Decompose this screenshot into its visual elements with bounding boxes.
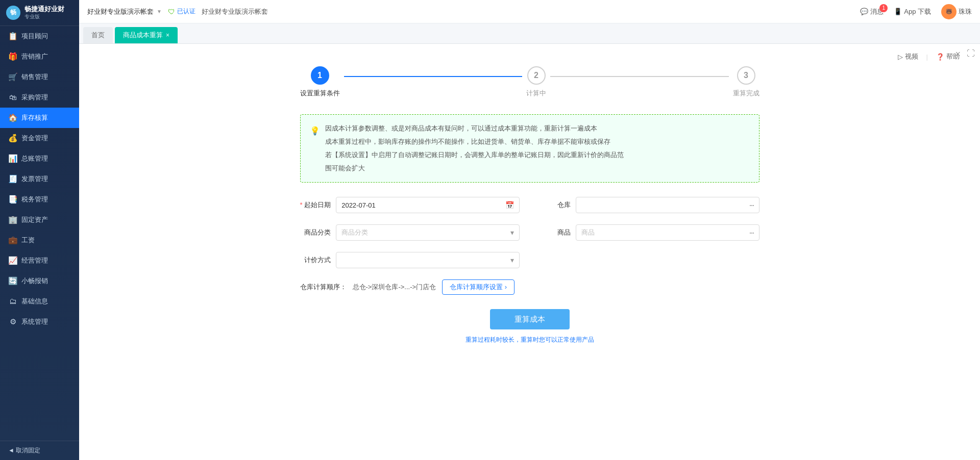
sidebar-item-label: 资金管理 [21,134,48,143]
close-icon[interactable]: × [955,49,961,60]
app-name: 畅捷通好业财 [24,5,64,13]
sidebar-unpin-button[interactable]: ◄ 取消固定 [0,441,79,460]
expense-icon: 🔄 [8,276,17,286]
help-icon: ❓ [936,53,944,61]
step-3-circle: 3 [737,66,755,85]
sidebar-item-label: 销售管理 [21,72,48,82]
user-avatar-button[interactable]: 🐻 珠珠 [941,4,972,19]
video-link[interactable]: ▷ 视频 [898,52,918,61]
avatar: 🐻 [941,4,957,19]
sidebar-nav: 📋 项目顾问 🎁 营销推广 🛒 销售管理 🛍 采购管理 🏠 库存核算 💰 资金管… [0,26,79,441]
window-controls: × ⛶ [955,49,975,60]
message-icon: 💬 [860,8,868,15]
category-select[interactable]: 商品分类 ▾ [336,224,520,241]
price-chevron-icon: ▾ [510,256,514,264]
step-1: 1 设置重算条件 [300,66,340,98]
price-method-field: 计价方式 ▾ [300,252,520,268]
sidebar: 畅 畅捷通好业财 专业版 📋 项目顾问 🎁 营销推广 🛒 销售管理 🛍 采购管理… [0,0,79,460]
account-selector[interactable]: 好业财专业版演示帐套 ▼ [87,7,162,16]
sidebar-item-label: 税务管理 [21,195,48,204]
info-box: 💡 因成本计算参数调整、或是对商品成本有疑问时，可以通过成本重算功能，重新计算一… [300,114,760,183]
tab-close-icon[interactable]: × [166,32,169,39]
project-icon: 📋 [8,32,17,41]
app-download-button[interactable]: 📱 App 下载 [894,7,931,16]
step-line-2 [550,76,729,77]
finance-icon: 💰 [8,134,17,143]
sales-icon: 🛒 [8,72,17,82]
action-divider: | [926,53,928,61]
sidebar-item-label: 采购管理 [21,93,48,102]
tax-icon: 📑 [8,195,17,204]
step-2: 2 计算中 [526,66,546,98]
sidebar-item-label: 工资 [21,236,35,245]
verified-account-name: 好业财专业版演示帐套 [202,7,268,16]
topbar-right: 💬 消息 1 📱 App 下载 🐻 珠珠 [860,4,972,19]
sidebar-item-tax[interactable]: 📑 税务管理 [0,189,79,210]
warehouse-field: 仓库 ··· [540,197,760,213]
sidebar-item-marketing[interactable]: 🎁 营销推广 [0,46,79,67]
marketing-icon: 🎁 [8,52,17,61]
tab-home-label: 首页 [91,31,105,40]
start-date-input[interactable]: 2022-07-01 📅 [336,197,519,213]
message-button[interactable]: 💬 消息 1 [860,7,884,16]
sidebar-item-accounting[interactable]: 📊 总账管理 [0,148,79,169]
recalc-button[interactable]: 重算成本 [490,309,570,329]
sidebar-item-label: 系统管理 [21,317,48,326]
app-download-label: App 下载 [904,7,931,16]
sidebar-logo: 畅 畅捷通好业财 专业版 [0,0,79,26]
sidebar-item-label: 库存核算 [21,113,48,122]
sidebar-item-asset[interactable]: 🏢 固定资产 [0,210,79,230]
form-row-2: 商品分类 商品分类 ▾ 商品 商品 ··· [300,224,760,241]
sidebar-item-purchase[interactable]: 🛍 采购管理 [0,87,79,108]
sidebar-item-salary[interactable]: 💼 工资 [0,230,79,250]
warehouse-input[interactable]: ··· [576,197,760,213]
content-area: ▷ 视频 | ❓ 帮助 × ⛶ 1 设置重算条件 [79,44,980,460]
warehouse-label: 仓库 [540,200,571,210]
recalc-hint: 重算过程耗时较长，重算时您可以正常使用产品 [300,336,760,344]
tab-recalc[interactable]: 商品成本重算 × [115,27,178,43]
tab-home[interactable]: 首页 [83,27,113,43]
shield-icon: 🛡 [168,8,175,16]
sidebar-item-finance[interactable]: 💰 资金管理 [0,128,79,148]
price-method-label: 计价方式 [300,255,331,265]
sidebar-item-inventory[interactable]: 🏠 库存核算 [0,108,79,128]
expand-icon[interactable]: ⛶ [967,49,975,60]
accounting-icon: 📊 [8,154,17,163]
basic-icon: 🗂 [8,297,17,305]
tabbar: 首页 商品成本重算 × [79,23,980,44]
sidebar-item-project[interactable]: 📋 项目顾问 [0,26,79,46]
sidebar-item-label: 项目顾问 [21,32,48,41]
sidebar-item-operation[interactable]: 📈 经营管理 [0,250,79,271]
system-icon: ⚙ [8,317,17,326]
step-1-label: 设置重算条件 [300,89,340,98]
step-1-circle: 1 [311,66,329,85]
video-label: 视频 [905,52,918,61]
form: 起始日期 2022-07-01 📅 仓库 ··· [300,197,760,344]
invoice-icon: 🧾 [8,174,17,184]
sidebar-item-basic[interactable]: 🗂 基础信息 [0,291,79,312]
sidebar-item-expense[interactable]: 🔄 小畅报销 [0,271,79,291]
verified-label: 已认证 [177,7,195,16]
warehouse-order-label: 仓库计算顺序： [300,283,347,292]
sidebar-item-label: 基础信息 [21,297,48,306]
play-icon: ▷ [898,53,903,61]
goods-input[interactable]: 商品 ··· [576,224,760,241]
purchase-icon: 🛍 [8,93,17,101]
step-3-label: 重算完成 [733,89,760,98]
content-actions: ▷ 视频 | ❓ 帮助 [898,52,960,61]
sidebar-item-invoice[interactable]: 🧾 发票管理 [0,169,79,189]
sidebar-item-sales[interactable]: 🛒 销售管理 [0,67,79,87]
warehouse-order-settings-button[interactable]: 仓库计算顺序设置 › [442,279,514,295]
app-logo-icon: 畅 [6,6,20,20]
message-badge: 1 [879,4,888,12]
salary-icon: 💼 [8,236,17,245]
phone-icon: 📱 [894,8,902,15]
price-method-select[interactable]: ▾ [336,252,520,268]
main-area: 好业财专业版演示帐套 ▼ 🛡 已认证 好业财专业版演示帐套 💬 消息 1 📱 A… [79,0,980,460]
sidebar-item-system[interactable]: ⚙ 系统管理 [0,312,79,332]
start-date-label: 起始日期 [300,200,331,210]
account-dropdown-arrow: ▼ [157,9,162,14]
category-label: 商品分类 [300,228,331,237]
app-edition: 专业版 [24,13,64,20]
inventory-icon: 🏠 [8,113,17,122]
